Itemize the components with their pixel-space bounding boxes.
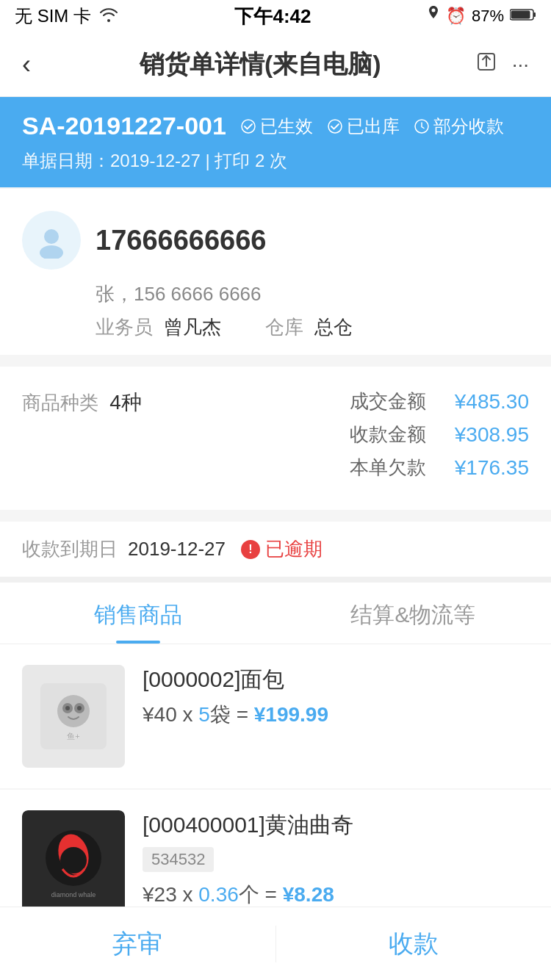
order-id: SA-20191227-001 (22, 112, 226, 140)
svg-point-5 (328, 120, 342, 133)
wifi-icon (98, 6, 119, 26)
badge-shipped: 已出库 (328, 115, 400, 138)
location-icon (427, 6, 440, 26)
category-row: 商品种类 4种 (22, 389, 142, 417)
received-amount-value: ¥308.95 (441, 423, 529, 447)
svg-point-21 (60, 847, 87, 873)
header-top: SA-20191227-001 已生效 已出库 部分收款 (22, 112, 529, 140)
overdue-badge: ! 已逾期 (240, 536, 323, 562)
product-image-2: diamond whale (22, 810, 125, 913)
share-button[interactable] (475, 51, 497, 78)
owed-amount-row: 本单欠款 ¥176.35 (350, 455, 529, 480)
back-button[interactable]: ‹ (22, 49, 46, 80)
customer-meta: 业务员 曾凡杰 仓库 总仓 (22, 314, 529, 340)
product-sku-2: 534532 (143, 847, 214, 872)
category-label: 商品种类 (22, 392, 98, 414)
stats-left: 商品种类 4种 (22, 389, 142, 421)
battery-text: 87% (472, 7, 504, 26)
owed-amount-value: ¥176.35 (441, 456, 529, 480)
carrier-text: 无 SIM 卡 (15, 4, 91, 28)
svg-rect-1 (533, 12, 536, 17)
product-name-2: [000400001]黄油曲奇 (143, 810, 529, 840)
svg-point-4 (242, 120, 255, 133)
staff-label: 业务员 (96, 316, 153, 338)
product-info-2: [000400001]黄油曲奇 534532 ¥23 x 0.36个 = ¥8.… (143, 810, 529, 909)
deal-amount-label: 成交金额 (350, 389, 426, 414)
overdue-date: 2019-12-27 (128, 538, 226, 561)
battery-icon (510, 7, 536, 26)
warehouse-info: 仓库 总仓 (265, 314, 353, 340)
stats-section: 商品种类 4种 成交金额 ¥485.30 收款金额 ¥308.95 本单欠款 ¥… (0, 367, 551, 510)
time-display: 下午4:42 (234, 4, 311, 29)
more-button[interactable]: ··· (512, 53, 529, 76)
customer-phone: 17666666666 (96, 225, 266, 256)
svg-point-12 (57, 695, 90, 727)
customer-row: 17666666666 (22, 211, 529, 270)
product-name-1: [0000002]面包 (143, 665, 529, 695)
svg-text:diamond whale: diamond whale (51, 891, 96, 898)
stats-right: 成交金额 ¥485.30 收款金额 ¥308.95 本单欠款 ¥176.35 (350, 389, 529, 488)
svg-text:鱼+: 鱼+ (67, 732, 79, 741)
received-amount-row: 收款金额 ¥308.95 (350, 422, 529, 447)
list-item: 鱼+ [0000002]面包 ¥40 x 5袋 = ¥199.99 (0, 644, 551, 788)
deal-amount-row: 成交金额 ¥485.30 (350, 389, 529, 414)
staff-value: 曾凡杰 (164, 316, 221, 338)
status-right: ⏰ 87% (427, 6, 536, 26)
staff-info: 业务员 曾凡杰 (96, 314, 221, 340)
collect-payment-button[interactable]: 收款 (276, 912, 552, 976)
overdue-section: 收款到期日 2019-12-27 ! 已逾期 (0, 522, 551, 583)
warehouse-label: 仓库 (265, 316, 303, 338)
tab-sales-products[interactable]: 销售商品 (0, 583, 276, 644)
tabs-section: 销售商品 结算&物流等 (0, 583, 551, 644)
status-left: 无 SIM 卡 (15, 4, 119, 28)
nav-bar: ‹ 销货单详情(来自电脑) ··· (0, 32, 551, 97)
products-section: 鱼+ [0000002]面包 ¥40 x 5袋 = ¥199.99 diamon… (0, 644, 551, 934)
svg-point-7 (44, 229, 59, 244)
svg-point-16 (77, 706, 82, 710)
svg-point-8 (40, 245, 63, 259)
status-bar: 无 SIM 卡 下午4:42 ⏰ 87% (0, 0, 551, 32)
product-price-1: ¥40 x 5袋 = ¥199.99 (143, 701, 529, 729)
received-amount-label: 收款金额 (350, 422, 426, 447)
deal-amount-value: ¥485.30 (441, 390, 529, 414)
avatar (22, 211, 81, 270)
product-image-1: 鱼+ (22, 665, 125, 768)
product-price-2: ¥23 x 0.36个 = ¥8.28 (143, 881, 529, 909)
svg-rect-2 (511, 11, 530, 19)
badge-effective: 已生效 (241, 115, 313, 138)
page-title: 销货单详情(来自电脑) (46, 48, 475, 82)
tab-settlement[interactable]: 结算&物流等 (276, 583, 551, 644)
owed-amount-label: 本单欠款 (350, 455, 426, 480)
customer-section: 17666666666 张，156 6666 6666 业务员 曾凡杰 仓库 总… (0, 189, 551, 355)
header-banner: SA-20191227-001 已生效 已出库 部分收款 单据日期：2019-1… (0, 97, 551, 187)
product-info-1: [0000002]面包 ¥40 x 5袋 = ¥199.99 (143, 665, 529, 729)
bottom-bar: 弃审 收款 (0, 907, 551, 980)
alarm-icon: ⏰ (446, 7, 466, 26)
svg-text:!: ! (248, 543, 252, 555)
svg-point-15 (65, 706, 70, 710)
customer-name-phone: 张，156 6666 6666 (22, 281, 529, 307)
cancel-review-button[interactable]: 弃审 (0, 912, 276, 976)
overdue-label: 收款到期日 (22, 536, 118, 562)
category-value: 4种 (109, 391, 142, 414)
nav-actions: ··· (475, 51, 529, 78)
warehouse-value: 总仓 (314, 316, 353, 338)
header-sub: 单据日期：2019-12-27 | 打印 2 次 (22, 149, 529, 173)
badge-partial: 部分收款 (414, 115, 504, 138)
